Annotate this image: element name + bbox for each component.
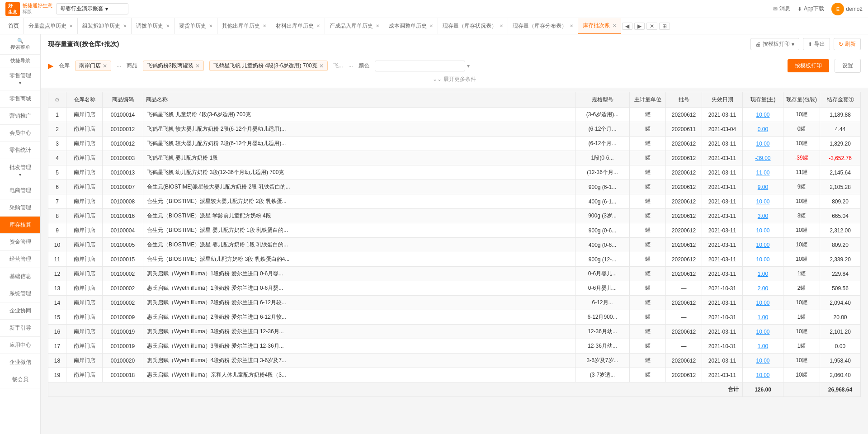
- close-icon[interactable]: ✕: [263, 24, 266, 28]
- sidebar-quick-nav[interactable]: 快捷导航: [0, 55, 40, 67]
- sidebar-item-member-center[interactable]: 会员中心: [0, 125, 40, 142]
- close-icon[interactable]: ✕: [500, 24, 503, 28]
- sidebar-search[interactable]: 🔍 搜索菜单: [0, 34, 40, 55]
- tab-home[interactable]: 首页: [4, 18, 24, 34]
- user-area[interactable]: E demo2: [831, 3, 863, 15]
- close-icon[interactable]: ✕: [613, 23, 616, 28]
- row-qty[interactable]: 0.00: [743, 122, 783, 137]
- row-qty[interactable]: 2.00: [743, 281, 783, 296]
- close-icon[interactable]: ✕: [209, 24, 212, 28]
- tab-prev-btn[interactable]: ◀: [622, 23, 632, 30]
- product-filter-tag-1[interactable]: 飞鹤奶粉3段两罐装 ✕: [143, 61, 204, 71]
- sidebar-item-retail-mgmt[interactable]: 零售管理 ▾: [0, 67, 40, 90]
- row-spec: 12-36月幼...: [576, 325, 630, 339]
- sidebar-item-finance-mgmt[interactable]: 资金管理: [0, 234, 40, 251]
- row-qty[interactable]: 10.00: [743, 137, 783, 151]
- close-icon[interactable]: ✕: [123, 24, 127, 28]
- row-qty[interactable]: 10.00: [743, 194, 783, 209]
- sidebar-item-purchase-mgmt[interactable]: 采购管理: [0, 199, 40, 217]
- tab-product-in-history[interactable]: 产成品入库单历史 ✕: [325, 18, 384, 34]
- row-no: 11: [48, 252, 66, 267]
- setting-button[interactable]: 设置: [835, 59, 861, 73]
- row-unit: 罐: [630, 137, 666, 151]
- filter-more-dots[interactable]: ···: [117, 63, 121, 69]
- sidebar-item-beginner-guide[interactable]: 新手引导: [0, 320, 40, 337]
- sidebar-item-basic-info[interactable]: 基础信息: [0, 268, 40, 285]
- tab-other-out-history[interactable]: 其他出库单历史 ✕: [217, 18, 271, 34]
- row-name: 惠氏启赋（Wyeth illuma）亲和人体儿童配方奶粉4段（3...: [143, 368, 576, 382]
- logo-icon: 好生意: [5, 2, 20, 16]
- product-filter-tag-2[interactable]: 飞鹤星飞帆 儿童奶粉 4段(3-6岁适用) 700克 ✕: [209, 61, 328, 71]
- row-qty[interactable]: 11.00: [743, 165, 783, 180]
- warehouse-filter-tag[interactable]: 南岸门店 ✕: [75, 61, 111, 71]
- color-dropdown-icon[interactable]: ▾: [467, 63, 470, 69]
- tab-batch-account[interactable]: 库存批次账 ✕: [578, 18, 621, 34]
- row-qty[interactable]: 10.00: [743, 108, 783, 122]
- close-icon[interactable]: ✕: [69, 24, 73, 28]
- close-icon[interactable]: ✕: [195, 63, 200, 69]
- tab-assembly-history[interactable]: 组装拆卸单历史 ✕: [78, 18, 132, 34]
- row-code: 00100015: [103, 252, 143, 267]
- sidebar-item-wholesale-mgmt[interactable]: 批发管理 ▾: [0, 159, 40, 182]
- sidebar-item-retail-stats[interactable]: 零售统计: [0, 142, 40, 159]
- sidebar-item-enterprise-wechat[interactable]: 企业微信: [0, 354, 40, 371]
- refresh-button[interactable]: ↻ 刷新: [834, 38, 861, 50]
- row-qty[interactable]: 10.00: [743, 368, 783, 382]
- row-qty[interactable]: 10.00: [743, 252, 783, 267]
- row-warehouse: 南岸门店: [66, 137, 103, 151]
- sidebar-item-system-mgmt[interactable]: 系统管理: [0, 285, 40, 302]
- tab-stock-status[interactable]: 现存量（库存状况表） ✕: [438, 18, 508, 34]
- row-spec: (3-7岁适...: [576, 368, 630, 382]
- sidebar-item-marketing[interactable]: 营销推广: [0, 108, 40, 125]
- tab-menu-btn[interactable]: ⊞: [659, 23, 670, 30]
- sidebar-item-member-app[interactable]: 畅会员: [0, 371, 40, 388]
- tab-stock-distribution[interactable]: 现存量（库存分布表） ✕: [508, 18, 578, 34]
- tab-next-btn[interactable]: ▶: [634, 23, 645, 30]
- filter-expand-icon[interactable]: ▶: [48, 61, 53, 70]
- sidebar-item-ecommerce-mgmt[interactable]: 电商管理: [0, 182, 40, 199]
- close-icon[interactable]: ✕: [429, 24, 433, 28]
- row-qty[interactable]: 10.00: [743, 223, 783, 238]
- export-button[interactable]: ⬆ 导出: [803, 38, 830, 50]
- sidebar-item-ops-mgmt[interactable]: 经营管理: [0, 251, 40, 268]
- row-qty[interactable]: 10.00: [743, 238, 783, 252]
- close-icon[interactable]: ✕: [570, 24, 573, 28]
- row-balance: 1,829.20: [820, 137, 861, 151]
- query-button[interactable]: 按模板打印: [788, 59, 829, 72]
- row-qty[interactable]: 10.00: [743, 354, 783, 368]
- row-qty[interactable]: 9.00: [743, 180, 783, 194]
- tab-inventory-history1[interactable]: 分量盘点单历史 ✕: [24, 18, 78, 34]
- row-qty[interactable]: 10.00: [743, 325, 783, 339]
- row-qty[interactable]: 10.00: [743, 296, 783, 310]
- sidebar-item-inventory[interactable]: 库存核算: [0, 217, 40, 234]
- tab-transfer-history[interactable]: 调拨单历史 ✕: [132, 18, 175, 34]
- print-button[interactable]: 🖨 按模板打印 ▾: [750, 38, 799, 50]
- row-qty[interactable]: 1.00: [743, 267, 783, 281]
- product-filter-more[interactable]: 飞...: [333, 62, 343, 70]
- close-icon[interactable]: ✕: [166, 24, 170, 28]
- row-qty[interactable]: 1.00: [743, 339, 783, 354]
- sidebar-item-retail-mall[interactable]: 零售商城: [0, 90, 40, 108]
- org-selector[interactable]: 母婴行业演示账套 ▾: [56, 3, 128, 14]
- expand-conditions-btn[interactable]: ⌄⌄ 展开更多条件: [433, 76, 476, 82]
- sidebar-item-app-center[interactable]: 应用中心: [0, 337, 40, 354]
- sidebar-item-enterprise-collab[interactable]: 企业协同: [0, 302, 40, 320]
- row-qty[interactable]: 3.00: [743, 209, 783, 223]
- close-icon[interactable]: ✕: [103, 63, 107, 69]
- tab-requisition-history[interactable]: 要货单历史 ✕: [175, 18, 217, 34]
- row-qty[interactable]: -39.00: [743, 151, 783, 165]
- close-icon[interactable]: ✕: [319, 63, 324, 69]
- message-btn[interactable]: ✉ 消息: [773, 5, 790, 13]
- product-filter-dots[interactable]: ···: [349, 63, 353, 69]
- close-icon[interactable]: ✕: [376, 24, 379, 28]
- col-header-settings[interactable]: ⚙: [48, 92, 66, 108]
- color-filter-input[interactable]: [375, 61, 465, 71]
- table-header: ⚙ 仓库名称 商品编码 商品名称 规格型号 主计量单位 批号 失效日期 现存量(…: [48, 92, 861, 108]
- row-qty[interactable]: 1.00: [743, 310, 783, 325]
- row-expire: 2021-03-11: [702, 165, 743, 180]
- close-icon[interactable]: ✕: [316, 24, 320, 28]
- tab-cost-adjust-history[interactable]: 成本调整单历史 ✕: [384, 18, 438, 34]
- app-download-btn[interactable]: ⬇ App下载: [797, 5, 824, 13]
- tab-close-all-btn[interactable]: ✕: [646, 23, 657, 30]
- tab-material-out-history[interactable]: 材料出库单历史 ✕: [271, 18, 325, 34]
